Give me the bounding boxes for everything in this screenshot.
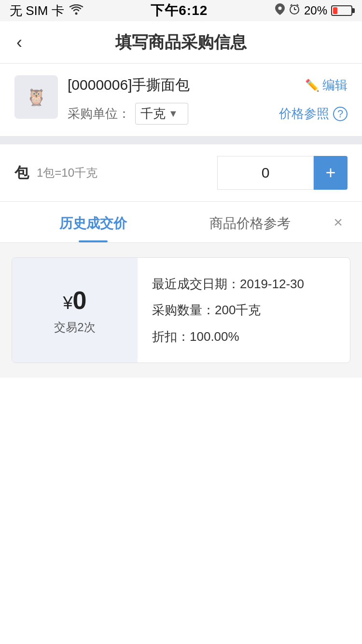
quantity-plus-button[interactable]: + bbox=[314, 156, 348, 190]
quantity-unit-sub: 1包=10千克 bbox=[37, 165, 97, 181]
bottom-space bbox=[0, 378, 362, 644]
quantity-unit-main: 包 bbox=[14, 163, 29, 183]
history-price-display: ¥0 bbox=[63, 286, 87, 315]
alarm-icon bbox=[289, 3, 300, 18]
unit-label: 采购单位： bbox=[68, 105, 130, 122]
history-trade-count: 交易2次 bbox=[54, 320, 95, 335]
history-purchase-qty: 采购数量：200千克 bbox=[152, 301, 335, 319]
discount-value: 100.00% bbox=[190, 329, 239, 344]
tabs-container: 历史成交价 商品价格参考 × bbox=[0, 202, 362, 243]
help-icon: ? bbox=[333, 107, 348, 121]
unit-value: 千克 bbox=[140, 105, 166, 122]
page-title: 填写商品采购信息 bbox=[115, 31, 247, 54]
edit-icon: ✏️ bbox=[305, 79, 320, 92]
history-price-panel: ¥0 交易2次 bbox=[12, 258, 138, 363]
product-name: [0000006]手撕面包 bbox=[68, 75, 190, 95]
tab-history-price[interactable]: 历史成交价 bbox=[14, 202, 172, 242]
nav-bar: ‹ 填写商品采购信息 bbox=[0, 21, 362, 64]
history-discount: 折扣：100.00% bbox=[152, 328, 335, 345]
battery-percent: 20% bbox=[304, 4, 327, 17]
quantity-label: 包 1包=10千克 bbox=[14, 163, 97, 183]
svg-point-0 bbox=[75, 12, 77, 14]
product-name-row: [0000006]手撕面包 ✏️ 编辑 bbox=[68, 75, 348, 95]
history-card: ¥0 交易2次 最近成交日期：2019-12-30 采购数量：200千克 折扣：… bbox=[12, 257, 350, 363]
quantity-controls: 0 + bbox=[217, 156, 348, 190]
status-icons: 20% bbox=[275, 3, 352, 18]
price-value: 0 bbox=[73, 286, 87, 314]
tab-product-price-ref[interactable]: 商品价格参考 bbox=[172, 202, 329, 242]
price-symbol: ¥ bbox=[63, 293, 73, 313]
quantity-row: 包 1包=10千克 0 + bbox=[0, 144, 362, 202]
recent-date-value: 2019-12-30 bbox=[240, 277, 304, 291]
edit-label: 编辑 bbox=[322, 77, 348, 94]
product-card: 🦉 [0000006]手撕面包 ✏️ 编辑 采购单位： 千克 ▼ bbox=[0, 64, 362, 137]
unit-select[interactable]: 千克 ▼ bbox=[135, 103, 188, 125]
status-bar: 无 SIM 卡 下午6:12 bbox=[0, 0, 362, 21]
history-section: ¥0 交易2次 最近成交日期：2019-12-30 采购数量：200千克 折扣：… bbox=[0, 243, 362, 378]
carrier-text: 无 SIM 卡 bbox=[10, 2, 64, 19]
discount-label: 折扣： bbox=[152, 329, 190, 344]
battery-icon bbox=[331, 5, 352, 16]
purchase-qty-label: 采购数量： bbox=[152, 303, 215, 317]
product-unit-row: 采购单位： 千克 ▼ 价格参照 ? bbox=[68, 103, 348, 125]
product-thumb-icon: 🦉 bbox=[26, 87, 46, 107]
product-info: [0000006]手撕面包 ✏️ 编辑 采购单位： 千克 ▼ 价格参照 ? bbox=[68, 75, 348, 125]
status-carrier: 无 SIM 卡 bbox=[10, 2, 84, 19]
tab-close-button[interactable]: × bbox=[329, 209, 348, 236]
section-divider bbox=[0, 137, 362, 144]
product-thumbnail: 🦉 bbox=[14, 75, 58, 119]
product-header: 🦉 [0000006]手撕面包 ✏️ 编辑 采购单位： 千克 ▼ bbox=[14, 75, 348, 125]
history-detail-panel: 最近成交日期：2019-12-30 采购数量：200千克 折扣：100.00% bbox=[138, 258, 350, 363]
purchase-qty-value: 200千克 bbox=[215, 303, 261, 317]
price-ref-label: 价格参照 bbox=[279, 105, 329, 122]
edit-button[interactable]: ✏️ 编辑 bbox=[305, 77, 348, 94]
status-time: 下午6:12 bbox=[151, 1, 208, 20]
svg-point-1 bbox=[278, 7, 281, 10]
quantity-input[interactable]: 0 bbox=[217, 156, 314, 190]
dropdown-arrow-icon: ▼ bbox=[168, 108, 178, 119]
back-button[interactable]: ‹ bbox=[12, 28, 27, 57]
location-icon bbox=[275, 3, 285, 18]
wifi-icon bbox=[69, 3, 84, 18]
history-recent-date: 最近成交日期：2019-12-30 bbox=[152, 275, 335, 293]
recent-date-label: 最近成交日期： bbox=[152, 277, 240, 291]
price-ref-button[interactable]: 价格参照 ? bbox=[279, 105, 348, 122]
